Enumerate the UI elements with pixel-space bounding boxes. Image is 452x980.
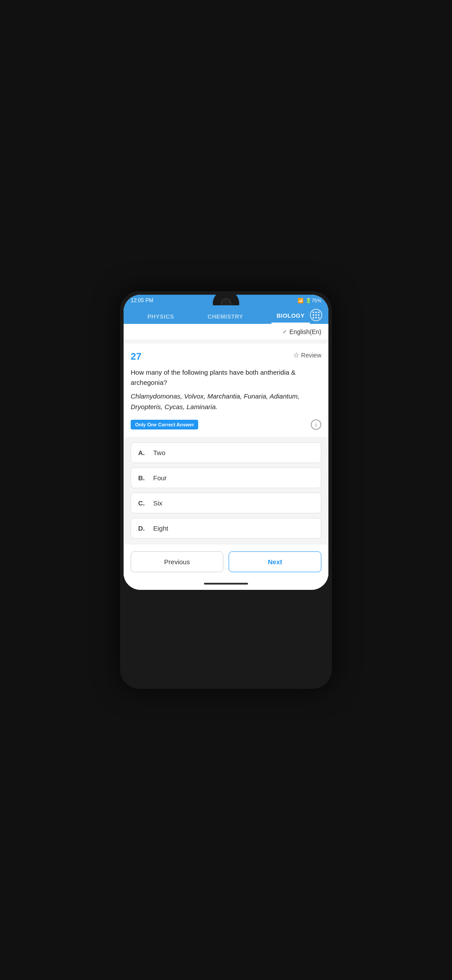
language-selector[interactable]: ✓ English(En) [282, 328, 321, 335]
answer-type-tag[interactable]: Only One Correct Answer [131, 420, 198, 429]
option-b-text: Four [153, 474, 167, 482]
bottom-navigation: Previous Next [124, 544, 328, 579]
previous-button[interactable]: Previous [131, 551, 223, 572]
question-header: 27 ☆ Review [131, 351, 321, 362]
battery-indicator: 🔋 75% [305, 298, 321, 304]
phone-device: 12:05 PM 📶 🔋 75% PHYSICS CHEMISTRY BIOLO… [120, 291, 332, 689]
language-bar: ✓ English(En) [124, 324, 328, 340]
chevron-down-icon: ✓ [282, 329, 287, 335]
tag-row: Only One Correct Answer i [131, 419, 321, 430]
tab-physics[interactable]: PHYSICS [142, 310, 180, 323]
status-icons: 📶 🔋 75% [298, 298, 321, 304]
option-d-text: Eight [153, 524, 168, 532]
option-c[interactable]: C. Six [131, 493, 321, 513]
option-c-text: Six [153, 499, 162, 507]
options-area: A. Two B. Four C. Six D. Eight [124, 437, 328, 544]
option-b-letter: B. [138, 474, 147, 482]
home-indicator [204, 583, 248, 585]
star-icon: ☆ [293, 351, 299, 359]
question-number: 27 [131, 351, 141, 362]
info-icon[interactable]: i [311, 419, 321, 430]
option-c-letter: C. [138, 499, 147, 507]
content-area: ✓ English(En) 27 ☆ Review How many of th… [124, 324, 328, 590]
tab-chemistry[interactable]: CHEMISTRY [202, 310, 249, 323]
language-label: English(En) [290, 328, 321, 335]
tab-biology[interactable]: BIOLOGY [271, 309, 310, 324]
question-italic-text: Chlamydomonas, Volvox, Marchantia, Funar… [131, 391, 321, 412]
status-time: 12:05 PM [131, 297, 153, 304]
option-a-letter: A. [138, 449, 147, 456]
phone-screen: 12:05 PM 📶 🔋 75% PHYSICS CHEMISTRY BIOLO… [124, 295, 328, 590]
option-a[interactable]: A. Two [131, 442, 321, 463]
option-d[interactable]: D. Eight [131, 518, 321, 539]
home-bar [124, 579, 328, 590]
option-d-letter: D. [138, 524, 147, 532]
option-b[interactable]: B. Four [131, 467, 321, 488]
signal-icon: 📶 [298, 298, 304, 304]
review-button[interactable]: ☆ Review [293, 351, 321, 359]
option-a-text: Two [153, 449, 166, 456]
subject-tabs: PHYSICS CHEMISTRY BIOLOGY [124, 305, 328, 324]
grid-menu-icon[interactable] [310, 309, 322, 321]
grid-dots [313, 311, 320, 319]
status-bar: 12:05 PM 📶 🔋 75% [124, 295, 328, 305]
next-button[interactable]: Next [229, 551, 321, 572]
question-area: 27 ☆ Review How many of the following pl… [124, 344, 328, 437]
review-label: Review [301, 352, 321, 359]
question-text: How many of the following plants have bo… [131, 368, 321, 387]
